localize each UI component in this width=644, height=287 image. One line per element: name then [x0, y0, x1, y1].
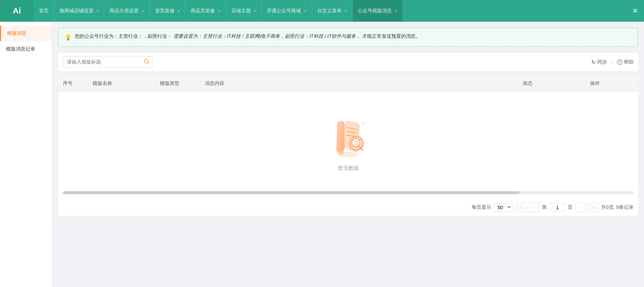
empty-icon: ✦ ✦ ✦: [326, 114, 371, 159]
close-tab-template-msg[interactable]: ×: [395, 9, 397, 13]
search-button[interactable]: [144, 59, 150, 65]
logo: Ai: [0, 0, 34, 22]
alert-icon: 💡: [65, 33, 72, 42]
toolbar-divider: |: [611, 59, 613, 65]
sync-button[interactable]: ↻ 同步: [591, 59, 607, 65]
sidebar: 模版消息 模版消息记录: [0, 22, 52, 287]
alert-text: 您的公众号行业为：主营行业：，副营行业： 需要设置为：主营行业：IT科技 / 互…: [75, 33, 420, 40]
page-input[interactable]: [550, 203, 565, 212]
nav-tab-custom-menu[interactable]: 自定义菜单×: [312, 0, 352, 22]
col-name: 模版名称: [88, 76, 155, 91]
total-info: 共0页, 0条记录: [601, 204, 634, 211]
page-size-label: 每页显示: [472, 204, 491, 211]
close-all-button[interactable]: ✕: [626, 0, 644, 22]
sync-icon: ↻: [591, 59, 596, 65]
close-tab-home-decor[interactable]: ×: [178, 9, 180, 13]
help-button[interactable]: ? 帮助: [617, 59, 634, 65]
horizontal-scrollbar[interactable]: [63, 191, 634, 194]
close-tab-category-settings[interactable]: ×: [142, 9, 144, 13]
svg-text:✦: ✦: [366, 130, 369, 134]
page-size-select[interactable]: 102050100: [494, 203, 514, 212]
nav-tab-shop-settings[interactable]: 微商城店铺设置×: [54, 0, 104, 22]
empty-text: 暂无数据: [338, 165, 359, 172]
pagination-row: 每页显示 102050100 ⟨⟨ ‹ 第 页 › ⟩⟩ 共0页, 0条记录: [58, 199, 638, 216]
svg-text:✦: ✦: [333, 132, 336, 135]
nav-tabs: 首页微商城店铺设置×商品分类设置×首页装修×商品页装修×店铺主题×开通公众号商城…: [34, 0, 626, 22]
nav-tab-home-decor[interactable]: 首页装修×: [150, 0, 185, 22]
sidebar-item-template-record[interactable]: 模版消息记录: [0, 41, 52, 57]
svg-point-7: [352, 138, 360, 147]
table-header: 序号 模版名称 模版类型 消息内容 状态 操作: [58, 76, 638, 92]
empty-state: ✦ ✦ ✦ 暂无数据: [58, 92, 638, 187]
page-label: 第: [542, 204, 547, 211]
close-tab-shop-settings[interactable]: ×: [96, 9, 99, 13]
col-content: 消息内容: [200, 76, 518, 91]
prev-page-button[interactable]: ‹: [529, 202, 539, 212]
col-seq: 序号: [58, 76, 88, 91]
svg-line-1: [148, 62, 150, 64]
col-status: 状态: [518, 76, 586, 91]
help-icon: ?: [617, 59, 622, 65]
close-tab-shop-theme[interactable]: ×: [254, 9, 256, 13]
nav-tab-template-msg[interactable]: 公众号模版消息×: [352, 0, 403, 22]
nav-tab-product-decor[interactable]: 商品页装修×: [185, 0, 226, 22]
sidebar-item-template-msg[interactable]: 模版消息: [0, 25, 52, 41]
next-page-button[interactable]: ›: [576, 202, 585, 212]
last-page-button[interactable]: ⟩⟩: [588, 202, 598, 212]
svg-point-9: [354, 141, 356, 143]
nav-tab-category-settings[interactable]: 商品分类设置×: [104, 0, 150, 22]
search-toolbar-row: ↻ 同步 | ? 帮助: [58, 53, 638, 71]
close-tab-product-decor[interactable]: ×: [218, 9, 220, 13]
content-area: 💡 您的公众号行业为：主营行业：，副营行业： 需要设置为：主营行业：IT科技 /…: [52, 22, 644, 287]
first-page-button[interactable]: ⟨⟨: [517, 202, 526, 212]
search-input-wrap: [63, 57, 152, 67]
nav-tab-open-mall[interactable]: 开通公众号商城×: [262, 0, 312, 22]
svg-point-10: [357, 141, 358, 143]
page-suffix: 页: [568, 204, 573, 211]
nav-tab-home[interactable]: 首页: [34, 0, 54, 22]
data-table: 序号 模版名称 模版类型 消息内容 状态 操作: [58, 76, 638, 216]
close-tab-custom-menu[interactable]: ×: [345, 9, 347, 13]
search-input[interactable]: [63, 57, 152, 67]
toolbar-right: ↻ 同步 | ? 帮助: [591, 59, 634, 65]
col-type: 模版类型: [155, 76, 200, 91]
top-nav: Ai 首页微商城店铺设置×商品分类设置×首页装修×商品页装修×店铺主题×开通公众…: [0, 0, 644, 22]
col-actions: 操作: [586, 76, 638, 91]
alert-banner: 💡 您的公众号行业为：主营行业：，副营行业： 需要设置为：主营行业：IT科技 /…: [58, 28, 638, 47]
main-container: 模版消息 模版消息记录 💡 您的公众号行业为：主营行业：，副营行业： 需要设置为…: [0, 22, 644, 287]
svg-text:✦: ✦: [361, 121, 364, 125]
close-tab-open-mall[interactable]: ×: [304, 9, 306, 13]
nav-tab-shop-theme[interactable]: 店铺主题×: [226, 0, 262, 22]
